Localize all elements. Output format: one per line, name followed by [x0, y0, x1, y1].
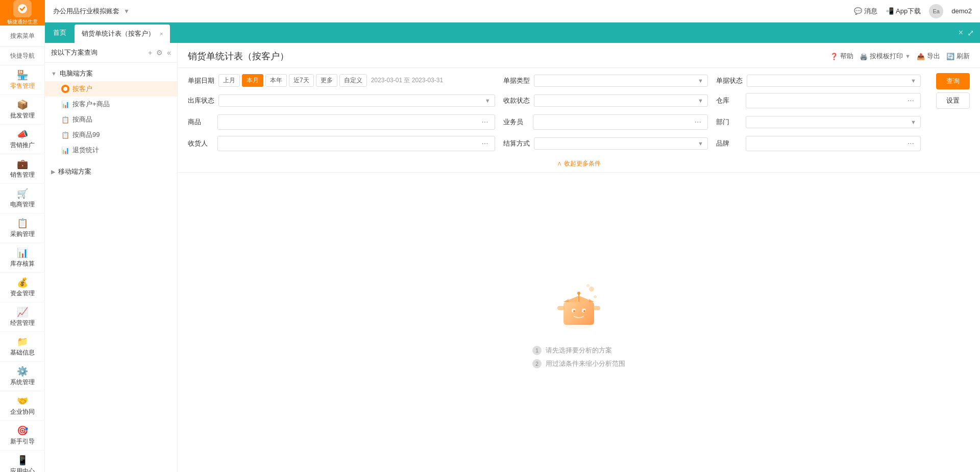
mobile-section-header[interactable]: ▶ 移动端方案: [45, 164, 177, 179]
receiver-select[interactable]: ···: [217, 136, 495, 151]
app-logo[interactable]: 畅捷通好生意: [0, 0, 45, 26]
sidebar-item-marketing[interactable]: 📣 营销推广: [0, 125, 45, 154]
filter-buttons: 查询 设置: [936, 73, 970, 109]
export-btn[interactable]: 📤 导出: [917, 52, 940, 61]
search-menu-label[interactable]: 搜索菜单: [3, 30, 42, 42]
svg-rect-6: [564, 302, 594, 325]
dept-select[interactable]: ▼: [746, 116, 921, 128]
date-btn-last-month[interactable]: 上月: [218, 74, 240, 87]
maximize-btn[interactable]: ⤢: [967, 28, 974, 38]
out-status-select[interactable]: ▼: [218, 95, 495, 107]
sidebar-item-ecommerce[interactable]: 🛒 电商管理: [0, 184, 45, 214]
sidebar-item-sales[interactable]: 💼 销售管理: [0, 154, 45, 184]
scheme-by-goods-99[interactable]: 📋 按商品99: [45, 127, 177, 143]
content-area: 按以下方案查询 + ⚙ « ▼ 电脑端方案 按客户: [45, 43, 980, 472]
salesperson-ellipsis-icon[interactable]: ···: [693, 117, 703, 127]
warehouse-ellipsis-icon[interactable]: ···: [905, 96, 916, 105]
collapse-more-bar[interactable]: ∧ 收起更多条件: [178, 155, 980, 173]
date-btn-this-month[interactable]: 本月: [242, 74, 263, 87]
warehouse-select[interactable]: ···: [746, 93, 921, 108]
doc-status-select[interactable]: ▼: [747, 75, 921, 87]
desktop-section-header[interactable]: ▼ 电脑端方案: [45, 66, 177, 81]
doc-status-label: 单据状态: [716, 76, 743, 85]
message-btn[interactable]: 💬 消息: [854, 7, 877, 16]
receiver-ellipsis-icon[interactable]: ···: [479, 139, 490, 148]
template-print-label: 按模板打印: [870, 52, 903, 61]
filter-doc-status-item: 单据状态 ▼: [716, 75, 921, 87]
sidebar-item-wholesale-label: 批发管理: [10, 111, 35, 120]
scheme-return-stats[interactable]: 📊 退货统计: [45, 143, 177, 158]
date-btn-more[interactable]: 更多: [316, 74, 337, 87]
receipt-status-arrow-icon: ▼: [698, 98, 703, 104]
quick-nav-label[interactable]: 快捷导航: [2, 50, 43, 62]
sidebar-item-operations[interactable]: 📈 经营管理: [0, 302, 45, 332]
page-title: 销货单统计表（按客户）: [188, 50, 289, 62]
template-print-dropdown-icon: ▼: [905, 53, 911, 59]
scheme-by-goods-99-icon: 📋: [61, 131, 69, 139]
filter-receipt-status-item: 收款状态 ▼: [503, 95, 708, 107]
app-download-btn[interactable]: 📲 App下载: [886, 7, 921, 16]
tab-close-icon[interactable]: ×: [160, 31, 163, 37]
active-tab-label: 销货单统计表（按客户）: [82, 29, 155, 38]
sidebar-item-system[interactable]: ⚙️ 系统管理: [0, 362, 45, 391]
close-window-btn[interactable]: ×: [959, 28, 963, 37]
template-print-btn[interactable]: 🖨️ 按模板打印 ▼: [860, 52, 911, 61]
wholesale-icon: 📦: [17, 99, 28, 110]
logo-icon: [13, 0, 32, 17]
collapse-panel-btn[interactable]: «: [167, 49, 171, 57]
system-icon: ⚙️: [17, 366, 28, 377]
help-btn[interactable]: ❓ 帮助: [830, 52, 853, 61]
refresh-btn[interactable]: 🔄 刷新: [946, 52, 970, 61]
settings-button[interactable]: 设置: [936, 92, 970, 109]
sidebar: 畅捷通好生意 搜索菜单 快捷导航 🏪 零售管理 📦 批发管理 📣 营销推广 💼 …: [0, 0, 45, 472]
scheme-by-goods[interactable]: 📋 按商品: [45, 112, 177, 127]
goods-ellipsis-icon[interactable]: ···: [479, 117, 490, 127]
industry-dropdown-icon[interactable]: ▼: [124, 8, 130, 15]
filter-row-3: 商品 ··· 业务员 ···: [188, 114, 970, 130]
sidebar-item-purchase[interactable]: 📋 采购管理: [0, 214, 45, 243]
sidebar-item-wholesale[interactable]: 📦 批发管理: [0, 95, 45, 125]
sidebar-item-appcenter[interactable]: 📱 应用中心: [0, 451, 45, 472]
sidebar-item-basic[interactable]: 📁 基础信息: [0, 332, 45, 362]
sidebar-item-finance[interactable]: 💰 资金管理: [0, 273, 45, 302]
hint-num-1: 1: [532, 346, 542, 355]
salesperson-select[interactable]: ···: [533, 114, 708, 130]
home-tab[interactable]: 首页: [45, 22, 75, 43]
doc-type-select[interactable]: ▼: [534, 75, 708, 87]
settlement-select[interactable]: ▼: [534, 137, 708, 150]
help-label: 帮助: [840, 52, 853, 61]
scheme-by-customer[interactable]: 按客户: [45, 81, 177, 97]
sidebar-item-retail[interactable]: 🏪 零售管理: [0, 65, 45, 95]
sidebar-item-system-label: 系统管理: [10, 378, 35, 387]
sidebar-item-purchase-label: 采购管理: [10, 230, 35, 239]
query-button[interactable]: 查询: [936, 73, 970, 89]
sidebar-item-newbie[interactable]: 🎯 新手引导: [0, 421, 45, 451]
app-download-label: App下载: [896, 7, 921, 16]
basic-icon: 📁: [17, 336, 28, 347]
left-panel-title: 按以下方案查询: [51, 48, 97, 57]
refresh-icon: 🔄: [946, 53, 954, 60]
sidebar-item-inventory[interactable]: 📊 库存核算: [0, 243, 45, 273]
active-tab[interactable]: 销货单统计表（按客户） ×: [75, 25, 170, 43]
warehouse-label: 仓库: [716, 96, 742, 105]
active-scheme-dot-inner: [63, 87, 67, 91]
goods-select[interactable]: ···: [217, 114, 495, 130]
hint-text-2: 用过滤条件来缩小分析范围: [546, 359, 625, 368]
settings-scheme-btn[interactable]: ⚙: [156, 49, 163, 57]
inventory-icon: 📊: [17, 247, 28, 258]
add-scheme-btn[interactable]: +: [148, 49, 152, 57]
page-action-group: ❓ 帮助 🖨️ 按模板打印 ▼ 📤 导出 🔄 刷新: [830, 52, 970, 61]
doc-status-arrow-icon: ▼: [911, 78, 916, 84]
sidebar-item-enterprise[interactable]: 🤝 企业协同: [0, 391, 45, 421]
date-btn-custom[interactable]: 自定义: [339, 74, 367, 87]
avatar[interactable]: Ea: [929, 4, 943, 18]
scheme-by-customer-goods[interactable]: 📊 按客户+商品: [45, 97, 177, 112]
date-btn-last-7days[interactable]: 近7天: [289, 74, 314, 87]
empty-illustration: [548, 276, 609, 338]
brand-ellipsis-icon[interactable]: ···: [905, 139, 916, 148]
receipt-status-select[interactable]: ▼: [534, 95, 708, 107]
receipt-status-label: 收款状态: [503, 96, 530, 105]
brand-select[interactable]: ···: [746, 136, 921, 151]
date-btn-this-year[interactable]: 本年: [265, 74, 287, 87]
message-icon: 💬: [854, 7, 862, 15]
